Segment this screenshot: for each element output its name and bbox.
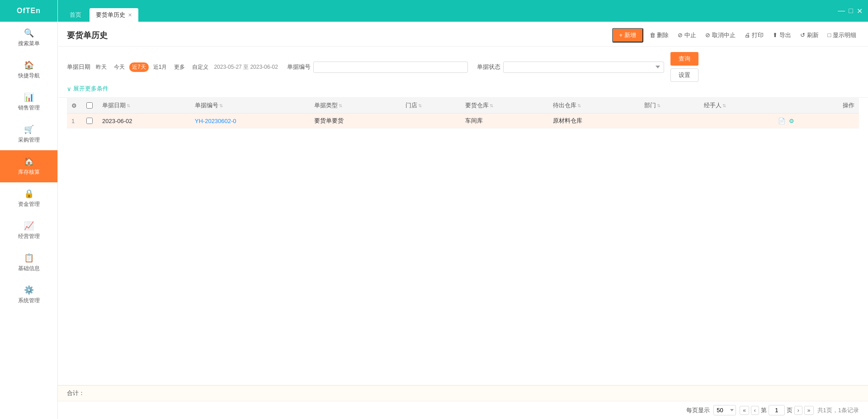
status-filter: 单据状态 [477,62,658,73]
doc-number-input[interactable] [313,62,468,73]
doc-number-filter: 单据编号 [287,62,468,73]
topnav-tab-0[interactable]: 首页 [63,8,88,22]
purchase-icon: 🛒 [24,124,34,134]
cancel-stop-button[interactable]: ⊘ 取消中止 [703,29,738,41]
refresh-button[interactable]: ↺ 刷新 [797,29,821,41]
topnav-tab-1[interactable]: 要货单历史✕ [90,8,138,22]
row-more-icon-0[interactable]: ⚙ [789,118,794,124]
window-actions: — □ ✕ [838,7,863,15]
sidebar-item-finance[interactable]: 🔒 资金管理 [0,182,57,214]
print-button[interactable]: 🖨 打印 [742,29,767,41]
query-button[interactable]: 查询 [670,52,698,66]
page-input[interactable] [769,405,785,415]
date-sort-icon[interactable]: ⇅ [127,103,130,108]
sidebar-item-operations[interactable]: 📈 经营管理 [0,214,57,247]
sidebar-item-system[interactable]: ⚙️ 系统管理 [0,279,57,311]
show-detail-button[interactable]: □ 显示明细 [825,29,859,41]
sidebar-item-purchase[interactable]: 🛒 采购管理 [0,118,57,150]
table-area: ⚙ 单据日期⇅ 单据编号⇅ 单据类型⇅ 门店⇅ 要货仓库⇅ 待出仓库⇅ 部门⇅ … [58,98,868,385]
last-page-btn[interactable]: » [804,406,814,415]
th-store-label: 门店 [406,102,417,109]
date-option-4[interactable]: 更多 [171,62,188,72]
settings-gear-icon[interactable]: ⚙ [71,102,77,109]
row-handler-0 [699,114,773,129]
sidebar-item-basic-info[interactable]: 📋 基础信息 [0,247,57,279]
th-pending-warehouse: 待出仓库⇅ [548,98,639,114]
th-dept: 部门⇅ [640,98,700,114]
page-size-select[interactable]: 50 10 20 100 [713,405,736,415]
sidebar-label-quick-nav: 快捷导航 [18,72,40,80]
row-edit-icon-0[interactable]: 📄 [778,118,785,124]
type-sort-icon[interactable]: ⇅ [339,103,342,108]
settings-button[interactable]: 设置 [670,68,698,82]
doc-number-label: 单据编号 [287,63,311,71]
handler-sort-icon[interactable]: ⇅ [722,103,726,108]
status-select[interactable] [503,62,664,73]
sidebar-label-finance: 资金管理 [18,200,40,208]
table-header-row: ⚙ 单据日期⇅ 单据编号⇅ 单据类型⇅ 门店⇅ 要货仓库⇅ 待出仓库⇅ 部门⇅ … [67,98,859,114]
quick-nav-icon: 🏠 [24,60,34,70]
number-sort-icon[interactable]: ⇅ [219,103,223,108]
inventory-icon: 🏠 [24,157,34,167]
first-page-btn[interactable]: « [740,406,749,415]
row-checkbox-0[interactable] [86,118,93,124]
sidebar-label-sales: 销售管理 [18,104,40,112]
data-table: ⚙ 单据日期⇅ 单据编号⇅ 单据类型⇅ 门店⇅ 要货仓库⇅ 待出仓库⇅ 部门⇅ … [67,98,859,129]
tab-close-1[interactable]: ✕ [128,12,132,18]
dept-sort-icon[interactable]: ⇅ [657,103,660,108]
filter-bar: 单据日期 昨天今天近7天近1月更多自定义 2023-05-27 至 2023-0… [58,47,868,98]
sidebar-logo: OfTEn [0,0,57,22]
table-row: 1 2023-06-02 YH-20230602-0 要货单要货 车间库 原材料… [67,114,859,129]
req-warehouse-sort-icon[interactable]: ⇅ [490,103,493,108]
date-filter-label: 单据日期 [67,63,90,71]
row-number-link-0[interactable]: YH-20230602-0 [195,118,236,124]
system-icon: ⚙️ [24,285,34,295]
th-number-label: 单据编号 [195,102,218,109]
table-footer: 合计： [58,385,868,401]
row-req-warehouse-0: 车间库 [461,114,548,129]
th-handler: 经手人⇅ [699,98,773,114]
sidebar-item-sales[interactable]: 📊 销售管理 [0,86,57,118]
next-page-btn[interactable]: › [794,406,802,415]
th-handler-label: 经手人 [704,102,722,109]
table-body: 1 2023-06-02 YH-20230602-0 要货单要货 车间库 原材料… [67,114,859,129]
date-option-0[interactable]: 昨天 [93,62,109,72]
close-btn[interactable]: ✕ [857,7,863,15]
sidebar-label-basic-info: 基础信息 [18,265,40,272]
status-label: 单据状态 [477,63,500,71]
pending-warehouse-sort-icon[interactable]: ⇅ [577,103,581,108]
select-all-checkbox[interactable] [86,102,93,109]
prev-page-btn[interactable]: ‹ [751,406,759,415]
store-sort-icon[interactable]: ⇅ [418,103,422,108]
date-option-1[interactable]: 今天 [111,62,127,72]
date-range-text: 2023-05-27 至 2023-06-02 [214,63,278,71]
summary-label: 合计： [67,390,85,396]
date-option-5[interactable]: 自定义 [189,62,211,72]
row-actions-0: 📄 ⚙ [774,114,859,129]
th-pending-warehouse-label: 待出仓库 [553,102,576,109]
topnav: 首页要货单历史✕ — □ ✕ [58,0,868,22]
delete-button[interactable]: 🗑 删除 [647,29,672,41]
sidebar-label-operations: 经营管理 [18,233,40,240]
maximize-btn[interactable]: □ [849,7,853,15]
sidebar-item-inventory[interactable]: 🏠 库存核算 [0,150,57,182]
th-checkbox [81,98,98,114]
minimize-btn[interactable]: — [838,7,845,15]
expand-more-btn[interactable]: ∨ 展开更多条件 [67,85,859,93]
row-number-0: YH-20230602-0 [190,114,310,129]
th-date: 单据日期⇅ [98,98,190,114]
export-button[interactable]: ⬆ 导出 [770,29,794,41]
date-filter: 单据日期 昨天今天近7天近1月更多自定义 2023-05-27 至 2023-0… [67,62,278,72]
sidebar-label-inventory: 库存核算 [18,168,40,176]
row-num-0: 1 [67,114,81,129]
date-option-2[interactable]: 近7天 [129,62,149,72]
th-date-label: 单据日期 [102,102,126,109]
sidebar-item-search[interactable]: 🔍 搜索菜单 [0,22,57,54]
sidebar-item-quick-nav[interactable]: 🏠 快捷导航 [0,54,57,86]
page-title: 要货单历史 [67,30,108,41]
basic-info-icon: 📋 [24,253,34,263]
add-button[interactable]: + 新增 [612,28,643,43]
stop-button[interactable]: ⊘ 中止 [675,29,699,41]
th-number: 单据编号⇅ [190,98,310,114]
date-option-3[interactable]: 近1月 [151,62,170,72]
